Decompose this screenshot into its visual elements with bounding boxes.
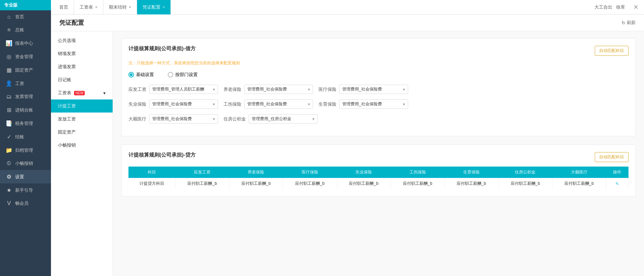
sidebar-item-label: 设置	[15, 174, 24, 180]
debit-form-row-3: 大额医疗 管理费用_社会保险费 ▾ 住房公积金 管理费用_住房公积金 ▾	[128, 114, 629, 124]
nav-journal[interactable]: 日记账	[51, 73, 113, 86]
chevron-down-icon: ▾	[403, 87, 405, 92]
sidebar-item-fund-mgmt[interactable]: ◎ 资金管理	[0, 50, 51, 63]
col-header-pension: 养老保险	[229, 167, 283, 178]
sidebar-item-salary[interactable]: 👤 工资	[0, 77, 51, 90]
settlement-icon: ✓	[6, 134, 12, 140]
nav-purchase-invoice[interactable]: 进项发票	[51, 60, 113, 73]
tab-salary[interactable]: 工资表 ×	[74, 0, 103, 14]
medical-label: 医疗保险	[319, 86, 336, 93]
fund-icon: ◎	[6, 53, 12, 60]
col-header-housing-fund: 住房公积金	[498, 167, 552, 178]
credit-section-header: 计提核算规则(公司承担)-贷方 自动匹配科目	[128, 152, 629, 162]
ledger-icon: ≡	[6, 27, 12, 33]
report-icon: 📊	[6, 40, 12, 46]
sidebar-item-settings[interactable]: ⚙ 设置	[0, 170, 51, 183]
chevron-down-icon: ▾	[312, 117, 314, 121]
injury-select[interactable]: 管理费用_社会保险费 ▾	[244, 99, 313, 109]
nav-fixed-assets[interactable]: 固定资产	[51, 126, 113, 139]
nav-accrual-salary[interactable]: 计提工资	[51, 99, 113, 113]
pension-select[interactable]: 管理费用_社会保险费 ▾	[244, 85, 313, 94]
sidebar-item-settlement[interactable]: ✓ 结账	[0, 130, 51, 144]
sidebar-item-tax-mgmt[interactable]: 📑 税务管理	[0, 117, 51, 130]
nav-pay-salary[interactable]: 发放工资	[51, 113, 113, 126]
table-row: 计提贷方科目 应付职工薪酬_b 应付职工薪酬_b 应付职工薪酬_b 应付职工薪酬…	[128, 178, 629, 189]
sidebar-item-report-center[interactable]: 📊 报表中心	[0, 36, 51, 50]
settings-icon: ⚙	[6, 173, 12, 180]
close-period-end-tab[interactable]: ×	[129, 5, 131, 10]
salary-icon: 👤	[6, 80, 12, 87]
sidebar-item-label: 资金管理	[15, 54, 33, 60]
credit-table: 科目 应发工资 养老保险 医疗保险 失业保险 工伤保险 生育保险 住房公积金 大…	[128, 167, 629, 189]
user-info: 大工合出 徐库	[594, 4, 625, 10]
nav-sales-invoice[interactable]: 销项发票	[51, 47, 113, 60]
radio-circle-dept	[168, 72, 173, 77]
debit-form-item-major-medical: 大额医疗 管理费用_社会保险费 ▾	[128, 114, 218, 124]
debit-section: 计提核算规则(公司承担)-借方 自动匹配科目 注：只能选择一种方式，系统将按照您…	[121, 38, 636, 136]
col-header-injury: 工伤保险	[391, 167, 444, 178]
credit-auto-match-button[interactable]: 自动匹配科目	[595, 152, 629, 162]
page-header: 凭证配置 ↻ 刷新	[51, 14, 644, 31]
col-header-unemployment: 失业保险	[337, 167, 391, 178]
maternity-label: 生育保险	[319, 101, 336, 107]
refresh-button[interactable]: ↻ 刷新	[622, 20, 636, 26]
credit-section: 计提核算规则(公司承担)-贷方 自动匹配科目 科目 应发工资 养老保险 医疗保险…	[121, 145, 636, 197]
sidebar-item-archive-mgmt[interactable]: 📁 归档管理	[0, 144, 51, 157]
page-title: 凭证配置	[59, 19, 84, 27]
tab-voucher-config[interactable]: 凭证配置 ×	[137, 0, 171, 14]
debit-form-item-salary: 应发工资 管理费用_管理人员职工薪酬 ▾	[128, 85, 218, 94]
sidebar-item-label: 结账	[15, 134, 24, 140]
debit-form-item-unemployment: 失业保险 管理费用_社会保险费 ▾	[128, 99, 218, 109]
col-header-major-medical: 大额医疗	[552, 167, 606, 178]
nav-salary-table[interactable]: 工资表 NEW ▾	[51, 86, 113, 99]
tab-period-end[interactable]: 期末结转 ×	[103, 0, 137, 14]
xiaochang-icon: ©	[6, 160, 12, 167]
radio-basic-setup[interactable]: 基础设置	[128, 72, 154, 78]
debit-radio-group: 基础设置 按部门设置	[128, 72, 629, 78]
cell-salary: 应付职工薪酬_b	[175, 178, 229, 189]
topbar-right: 大工合出 徐库	[594, 4, 631, 10]
cell-pension: 应付职工薪酬_b	[229, 178, 283, 189]
edit-icon[interactable]: ✎	[615, 181, 619, 186]
cell-action[interactable]: ✎	[606, 178, 629, 189]
sidebar-item-label: 首页	[15, 14, 24, 20]
sidebar-item-label: 小畅报销	[15, 160, 33, 167]
tax-icon: 📑	[6, 120, 12, 127]
col-header-salary: 应发工资	[175, 167, 229, 178]
sidebar-item-xiaochang-report[interactable]: © 小畅报销	[0, 157, 51, 170]
debit-auto-match-button[interactable]: 自动匹配科目	[595, 46, 629, 56]
nav-xiaochang-expense[interactable]: 小畅报销	[51, 139, 113, 152]
medical-select[interactable]: 管理费用_社会保险费 ▾	[339, 85, 408, 94]
sidebar-item-general-ledger[interactable]: ≡ 总账	[0, 23, 51, 36]
unemployment-label: 失业保险	[128, 101, 146, 107]
credit-section-title: 计提核算规则(公司承担)-贷方	[128, 152, 196, 158]
salary-select[interactable]: 管理费用_管理人员职工薪酬 ▾	[149, 85, 218, 94]
window-close-button[interactable]: ✕	[631, 3, 641, 11]
major-medical-select[interactable]: 管理费用_社会保险费 ▾	[149, 114, 218, 124]
debit-form-item-injury: 工伤保险 管理费用_社会保险费 ▾	[224, 99, 313, 109]
unemployment-select[interactable]: 管理费用_社会保险费 ▾	[149, 99, 218, 109]
chevron-down-icon: ▾	[308, 102, 310, 107]
col-header-maternity: 生育保险	[445, 167, 498, 178]
maternity-select[interactable]: 管理费用_社会保险费 ▾	[339, 99, 408, 109]
radio-dept-setup[interactable]: 按部门设置	[168, 72, 198, 78]
housing-fund-select[interactable]: 管理费用_住房公积金 ▾	[249, 114, 318, 124]
sidebar-item-home[interactable]: ⌂ 首页	[0, 10, 51, 23]
injury-label: 工伤保险	[224, 101, 241, 107]
guide-icon: ★	[6, 187, 12, 193]
sidebar-item-invoice-mgmt[interactable]: 🗂 发票管理	[0, 90, 51, 103]
tab-home[interactable]: 首页	[54, 0, 74, 14]
content-area: 公共选项 销项发票 进项发票 日记账 工资表 NEW ▾ 计提工资	[51, 31, 644, 276]
sidebar-item-label: 税务管理	[15, 120, 33, 127]
nav-public-options[interactable]: 公共选项	[51, 34, 113, 47]
sidebar-item-new-guide[interactable]: ★ 新手引导	[0, 183, 51, 197]
sidebar-item-purchase-sales[interactable]: ⊞ 进销台账	[0, 103, 51, 117]
sidebar-item-label: 总账	[15, 27, 24, 33]
debit-section-title: 计提核算规则(公司承担)-借方	[128, 45, 196, 52]
sidebar-item-vip[interactable]: V 畅会员	[0, 197, 51, 210]
cell-housing-fund: 应付职工薪酬_b	[498, 178, 552, 189]
debit-form-item-housing-fund: 住房公积金 管理费用_住房公积金 ▾	[224, 114, 318, 124]
close-salary-tab[interactable]: ×	[95, 5, 97, 10]
sidebar-item-fixed-assets[interactable]: ▦ 固定资产	[0, 63, 51, 77]
close-voucher-config-tab[interactable]: ×	[163, 5, 165, 10]
